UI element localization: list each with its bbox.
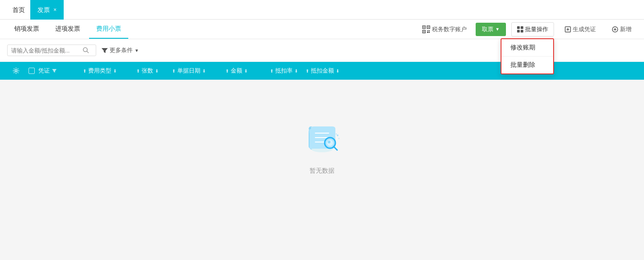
svg-point-33 [337, 134, 338, 136]
svg-line-21 [87, 51, 89, 53]
tab-sales-invoice[interactable]: 销项发票 [7, 20, 46, 39]
svg-rect-9 [429, 32, 430, 33]
home-tab[interactable]: 首页 [7, 0, 30, 20]
svg-rect-1 [424, 27, 424, 28]
generate-icon [565, 26, 571, 32]
svg-point-34 [338, 138, 340, 139]
generate-voucher-button[interactable]: 生成凭证 [559, 23, 601, 36]
sort-down: ⬇ [202, 69, 206, 73]
tab-purchase-invoice[interactable]: 进项发票 [48, 20, 87, 39]
sort-up: ⬆ [172, 69, 175, 73]
th-deduct-amount: ⬆ 抵扣金额 ⬇ [306, 67, 359, 75]
get-ticket-label: 取票 [482, 25, 493, 33]
chevron-down-icon: ▼ [135, 48, 139, 53]
sort-up: ⬆ [136, 69, 140, 73]
active-tab-label: 发票 [37, 0, 50, 20]
sort-down: ⬇ [113, 69, 117, 73]
more-filter-button[interactable]: 更多条件 ▼ [102, 46, 139, 54]
svg-marker-22 [102, 48, 108, 53]
search-input[interactable] [11, 47, 82, 54]
svg-point-20 [83, 48, 87, 52]
svg-rect-11 [521, 26, 523, 29]
sort-up: ⬆ [83, 69, 86, 73]
svg-point-35 [336, 134, 337, 134]
sub-tabs-left: 销项发票 进项发票 费用小票 [7, 20, 128, 39]
qr-button[interactable]: 税务数字账户 [419, 24, 470, 35]
svg-rect-7 [428, 30, 430, 31]
search-box[interactable] [7, 45, 96, 56]
th-amount: ⬆ 金额 ⬇ [225, 67, 270, 75]
empty-text: 暂无数据 [310, 167, 334, 175]
sort-up: ⬆ [225, 69, 229, 73]
th-rate: ⬆ 抵扣率 ⬇ [270, 67, 306, 75]
chevron-down-icon: ▼ [495, 27, 500, 32]
get-ticket-button[interactable]: 取票 ▼ [476, 23, 506, 36]
batch-dropdown-menu: 修改账期 批量删除 [501, 38, 554, 74]
filter-icon [102, 47, 108, 53]
modify-period-item[interactable]: 修改账期 [501, 39, 553, 56]
th-settings[interactable] [7, 67, 25, 74]
th-count: ⬆ 张数 ⬇ [136, 67, 172, 75]
sort-up: ⬆ [270, 69, 273, 73]
add-button[interactable]: 新增 [607, 23, 637, 36]
settings-icon [12, 67, 20, 74]
sort-down: ⬇ [155, 69, 159, 73]
th-expense-type: ⬆ 费用类型 ⬇ [83, 67, 136, 75]
close-tab-icon[interactable]: × [53, 0, 57, 20]
svg-marker-24 [52, 69, 57, 73]
active-tab[interactable]: 发票 × [30, 0, 64, 20]
batch-operation-label: 批量操作 [525, 25, 548, 33]
generate-voucher-label: 生成凭证 [573, 25, 596, 33]
search-icon [82, 47, 90, 54]
th-date: ⬆ 单据日期 ⬇ [172, 67, 225, 75]
batch-delete-item[interactable]: 批量删除 [501, 56, 553, 73]
svg-rect-13 [521, 30, 523, 32]
sort-down: ⬇ [244, 69, 248, 73]
svg-rect-6 [427, 30, 428, 31]
top-nav: 首页 发票 × [0, 0, 644, 20]
batch-operation-button[interactable]: 批量操作 [511, 22, 554, 37]
sub-tabs-bar: 销项发票 进项发票 费用小票 税务数字账户 [0, 20, 644, 39]
svg-point-23 [15, 70, 17, 72]
svg-rect-10 [517, 26, 520, 29]
sort-up: ⬆ [306, 69, 309, 73]
empty-illustration [300, 115, 344, 160]
svg-rect-12 [517, 30, 520, 32]
svg-rect-3 [428, 27, 429, 28]
th-checkbox[interactable] [25, 68, 38, 74]
batch-operation-container: 批量操作 修改账期 批量删除 [511, 22, 554, 37]
svg-rect-5 [424, 31, 424, 32]
th-voucher: 凭证 [38, 67, 83, 75]
svg-rect-8 [427, 32, 428, 33]
empty-state: 暂无数据 [0, 80, 644, 211]
sort-down: ⬇ [294, 69, 298, 73]
qr-button-label: 税务数字账户 [432, 25, 467, 33]
tab-expense-receipt[interactable]: 费用小票 [89, 20, 128, 39]
sort-down: ⬇ [336, 69, 339, 73]
filter-col-icon[interactable] [52, 68, 57, 73]
header-checkbox[interactable] [29, 68, 35, 74]
more-filter-label: 更多条件 [110, 46, 133, 54]
batch-icon [517, 26, 523, 32]
qr-icon [422, 25, 430, 33]
toolbar-right: 税务数字账户 取票 ▼ 批量操作 修改账期 批量删除 [419, 22, 637, 37]
svg-line-31 [334, 146, 337, 150]
svg-point-32 [328, 141, 330, 143]
add-icon [612, 26, 618, 32]
add-label: 新增 [620, 25, 632, 33]
